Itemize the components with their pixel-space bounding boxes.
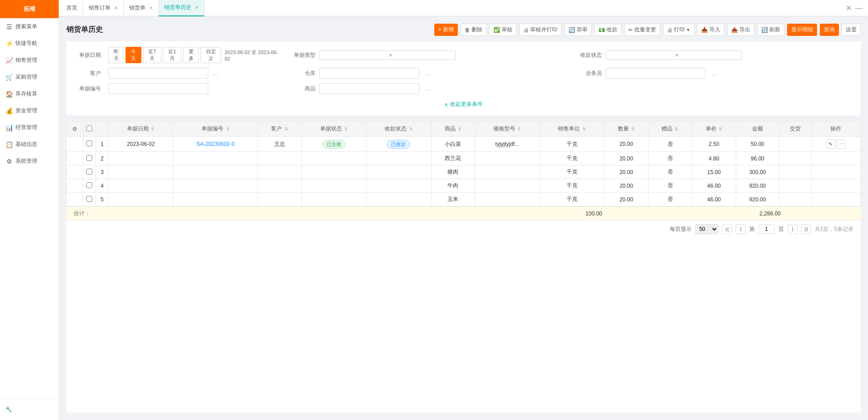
col-goods[interactable]: 商品 ⇅ — [431, 121, 475, 137]
cell-unit-price: 4.80 — [692, 152, 736, 165]
date-btn-yesterday[interactable]: 昨天 — [108, 47, 124, 63]
col-unit[interactable]: 销售单位 ⇅ — [540, 121, 604, 137]
customer-input[interactable] — [108, 68, 208, 79]
prev-page-btn[interactable]: ⟨ — [736, 224, 746, 234]
cell-doc-date — [109, 165, 173, 179]
collect-status-select[interactable]: ▼ — [606, 50, 742, 60]
row-checkbox[interactable] — [86, 196, 92, 202]
sidebar-item-label: 系统管理 — [15, 157, 37, 165]
tab-sales-goods-close[interactable]: ✕ — [149, 5, 153, 10]
refresh-button[interactable]: 🔃 刷新 — [757, 24, 784, 36]
settings-btn[interactable]: 设置 — [842, 24, 861, 36]
warehouse-input[interactable] — [319, 68, 419, 79]
col-collect-status[interactable]: 收款状态 ⇅ — [366, 121, 431, 137]
col-settings[interactable]: ⚙ — [67, 121, 83, 137]
doc-date-label: 单据日期 — [74, 51, 101, 59]
sidebar-item-basic-info[interactable]: 📋 基础信息 — [0, 136, 59, 153]
sidebar-item-quick-nav[interactable]: ⚡ 快捷导航 — [0, 35, 59, 52]
table-settings-icon[interactable]: ⚙ — [72, 126, 77, 132]
tab-home[interactable]: 首页 — [61, 0, 83, 16]
cell-gift: 否 — [648, 179, 692, 193]
row-checkbox[interactable] — [86, 140, 92, 146]
goods-label: 商品 — [288, 85, 316, 93]
col-doc-no[interactable]: 单据编号 ⇅ — [173, 121, 258, 137]
cell-settings — [67, 193, 83, 206]
sidebar-item-label: 搜索菜单 — [15, 23, 37, 30]
purchase-icon: 🛒 — [5, 74, 13, 81]
date-btn-custom[interactable]: 自定义 — [201, 47, 221, 63]
export-button[interactable]: 📤 导出 — [727, 24, 754, 36]
goods-picker-icon[interactable]: … — [423, 85, 433, 92]
sidebar-item-system-mgmt[interactable]: ⚙ 系统管理 — [0, 153, 59, 170]
tab-sales-history[interactable]: 销货单历史 ✕ — [159, 0, 205, 16]
row-checkbox[interactable] — [86, 169, 92, 175]
batch-change-button[interactable]: ✏ 批量变更 — [624, 24, 660, 36]
window-minimize-icon[interactable]: — — [855, 4, 863, 12]
date-btn-7days[interactable]: 近7天 — [143, 47, 161, 63]
inventory-icon: 🏠 — [5, 90, 13, 98]
import-button[interactable]: 📥 导入 — [697, 24, 724, 36]
page-number-input[interactable] — [758, 225, 775, 234]
per-page-select[interactable]: 50 100 200 — [695, 224, 718, 234]
page-info: 第 — [749, 225, 755, 233]
tab-sales-order-close[interactable]: ✕ — [114, 5, 118, 10]
tab-sales-history-close[interactable]: ✕ — [195, 5, 199, 10]
query-button[interactable]: 查询 — [820, 24, 839, 36]
sidebar-item-sales-mgmt[interactable]: 📈 销售管理 — [0, 52, 59, 69]
customer-picker-icon[interactable]: … — [210, 70, 220, 77]
sidebar-item-operations[interactable]: 📊 经营管理 — [0, 119, 59, 136]
collect-button[interactable]: 💵 收款 — [594, 24, 622, 36]
date-btn-1month[interactable]: 近1月 — [163, 47, 181, 63]
abandon-button[interactable]: 🔄 弃审 — [564, 24, 592, 36]
edit-action-btn[interactable]: ✎ — [826, 140, 835, 149]
cell-action — [811, 193, 860, 206]
tab-sales-order[interactable]: 销售订单 ✕ — [83, 0, 124, 16]
salesperson-picker-icon[interactable]: … — [709, 70, 719, 77]
col-spec[interactable]: 规格型号 ⇅ — [475, 121, 539, 137]
finance-icon: 💰 — [5, 107, 13, 115]
sidebar-item-inventory[interactable]: 🏠 库存核算 — [0, 85, 59, 102]
sidebar-item-search-menu[interactable]: ☰ 搜索菜单 — [0, 18, 59, 35]
sidebar-item-finance[interactable]: 💰 资金管理 — [0, 102, 59, 119]
show-details-button[interactable]: 显示明细 — [787, 24, 817, 36]
review-icon: ✅ — [493, 27, 500, 33]
doc-type-select[interactable]: ▼ — [319, 50, 456, 60]
doc-no-input[interactable] — [108, 83, 208, 94]
sidebar-item-purchase-mgmt[interactable]: 🛒 采购管理 — [0, 69, 59, 85]
collapse-button[interactable]: ∧ 收起更多条件 — [74, 99, 853, 110]
row-checkbox[interactable] — [86, 155, 92, 161]
select-all-checkbox[interactable] — [86, 125, 92, 131]
last-page-btn[interactable]: ⟩⟩ — [801, 224, 811, 234]
col-doc-status[interactable]: 单据状态 ⇅ — [301, 121, 366, 137]
new-button[interactable]: + 新增 — [434, 24, 458, 36]
cell-goods: 西兰花 — [431, 152, 475, 165]
doc-no-link[interactable]: SA-20230602-0 — [196, 141, 235, 147]
more-action-btn[interactable]: ⋯ — [837, 140, 846, 149]
row-checkbox[interactable] — [86, 182, 92, 188]
cell-transaction — [779, 193, 812, 206]
delete-button[interactable]: 🗑 删除 — [461, 24, 487, 36]
col-doc-date[interactable]: 单据日期 ⇅ — [109, 121, 173, 137]
first-page-btn[interactable]: ⟨⟨ — [722, 224, 732, 234]
date-btn-more[interactable]: 更多 — [183, 47, 199, 63]
next-page-btn[interactable]: ⟩ — [788, 224, 798, 234]
warehouse-picker-icon[interactable]: … — [423, 70, 433, 77]
col-unit-price[interactable]: 单价 ⇅ — [692, 121, 736, 137]
col-quantity[interactable]: 数量 ⇅ — [604, 121, 648, 137]
col-gift[interactable]: 赠品 ⇅ — [648, 121, 692, 137]
window-close-icon[interactable]: ✕ — [846, 4, 852, 12]
review-button[interactable]: ✅ 审核 — [489, 24, 517, 36]
cell-transaction — [779, 137, 812, 152]
tab-sales-goods[interactable]: 销货单 ✕ — [124, 0, 159, 16]
col-action: 操作 — [811, 121, 860, 137]
table-scroll[interactable]: ⚙ 单据日期 ⇅ 单据编号 ⇅ 客户 ⇅ 单据状态 ⇅ 收款状态 ⇅ 商品 ⇅ — [66, 121, 861, 206]
print-button[interactable]: 🖨 打印 ▼ — [663, 24, 694, 36]
review-print-button[interactable]: 🖨 审核并打印 — [519, 24, 562, 36]
sidebar-settings-btn[interactable]: 🔧 — [0, 403, 59, 416]
col-customer[interactable]: 客户 ⇅ — [258, 121, 301, 137]
sidebar-item-label: 资金管理 — [15, 107, 37, 115]
goods-input[interactable] — [319, 83, 419, 94]
date-btn-today[interactable]: 今天 — [125, 47, 141, 63]
salesperson-input[interactable] — [606, 68, 706, 79]
cell-checkbox — [83, 137, 96, 152]
